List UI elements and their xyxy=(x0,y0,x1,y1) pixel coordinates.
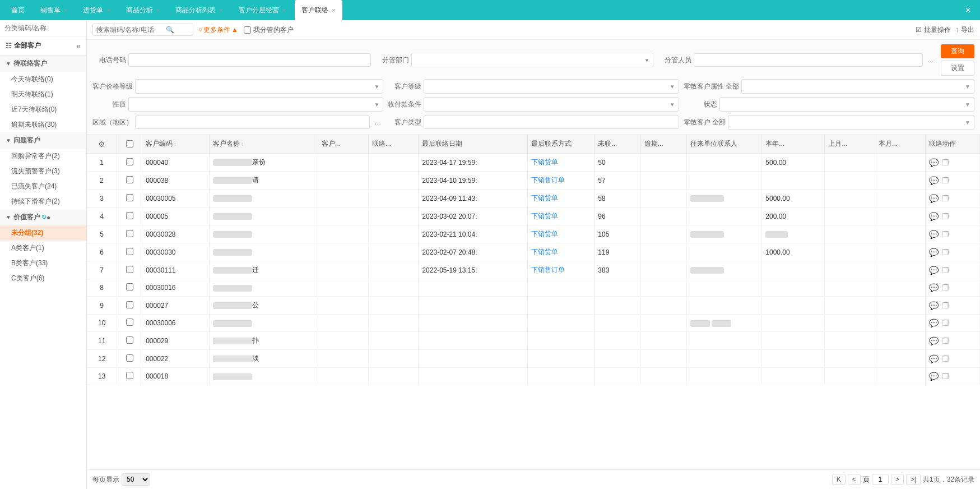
select-all-checkbox[interactable] xyxy=(126,140,133,147)
tab-product-analysis-list-close[interactable]: × xyxy=(219,7,222,13)
sidebar-item-group-b[interactable]: B类客户(33) xyxy=(0,256,86,271)
contact-icon[interactable]: 💬 xyxy=(929,266,939,275)
row-checkbox[interactable] xyxy=(126,372,133,379)
row-checkbox[interactable] xyxy=(126,248,133,255)
contact-way-link[interactable]: 下销货单 xyxy=(531,194,558,202)
filter-search-input[interactable] xyxy=(96,26,164,34)
row-checkbox[interactable] xyxy=(126,176,133,183)
contact-icon[interactable]: 💬 xyxy=(929,212,939,221)
more-action-icon[interactable]: ❐ xyxy=(942,176,949,185)
tab-customer-contact[interactable]: 客户联络 × xyxy=(295,0,342,20)
tab-home[interactable]: 首页 xyxy=(4,0,31,20)
filter-manager-dots[interactable]: … xyxy=(925,56,936,64)
export-btn[interactable]: ↑ 导出 xyxy=(955,25,974,35)
row-checkbox[interactable] xyxy=(126,266,133,273)
sidebar-collapse-icon[interactable]: « xyxy=(76,41,81,50)
sidebar-section-value-header[interactable]: ▼ 价值客户 ↻ ● xyxy=(0,209,86,225)
filter-retail-customer-select[interactable]: ▼ xyxy=(728,115,974,130)
tab-sales-close[interactable]: × xyxy=(64,7,67,13)
my-customers-checkbox[interactable] xyxy=(244,26,251,34)
contact-icon[interactable]: 💬 xyxy=(929,158,939,167)
tab-sales[interactable]: 销售单 × xyxy=(34,0,74,20)
more-action-icon[interactable]: ❐ xyxy=(942,301,949,310)
row-checkbox[interactable] xyxy=(126,319,133,326)
sidebar-item-overdue[interactable]: 逾期未联络(30) xyxy=(0,117,86,132)
filter-search-icon[interactable]: 🔍 xyxy=(166,26,174,34)
prev-page-button[interactable]: < xyxy=(848,474,861,485)
sidebar-item-week[interactable]: 近7天待联络(0) xyxy=(0,102,86,117)
filter-retail-attr-select[interactable]: ▼ xyxy=(741,79,974,94)
tab-product-analysis-close[interactable]: × xyxy=(156,7,160,13)
contact-icon[interactable]: 💬 xyxy=(929,248,939,257)
sidebar-all-customers[interactable]: ☷ 全部客户 « xyxy=(0,36,86,56)
code-sort-icon[interactable]: ↕ xyxy=(174,141,177,147)
row-checkbox[interactable] xyxy=(126,230,133,237)
reset-button[interactable]: 设置 xyxy=(941,61,974,76)
tab-customer-segment[interactable]: 客户分层经营 × xyxy=(232,0,292,20)
contact-way-link[interactable]: 下销货单 xyxy=(531,248,558,256)
query-button[interactable]: 查询 xyxy=(941,44,974,58)
th-settings[interactable]: ⚙ xyxy=(87,135,117,154)
tab-purchase-close[interactable]: × xyxy=(106,7,110,13)
contact-icon[interactable]: 💬 xyxy=(929,283,939,292)
sidebar-section-pending-header[interactable]: ▼ 待联络客户 xyxy=(0,56,86,72)
row-checkbox[interactable] xyxy=(126,194,133,201)
filter-status-select[interactable]: ▼ xyxy=(719,97,974,112)
tab-product-analysis-list[interactable]: 商品分析列表 × xyxy=(169,0,229,20)
tab-customer-contact-close[interactable]: × xyxy=(332,7,335,13)
sidebar-item-falling[interactable]: 持续下滑客户(2) xyxy=(0,194,86,209)
refresh-icon[interactable]: ↻ xyxy=(41,214,47,221)
more-action-icon[interactable]: ❐ xyxy=(942,230,949,239)
contact-way-link[interactable]: 下销货单 xyxy=(531,212,558,220)
contact-icon[interactable]: 💬 xyxy=(929,336,939,345)
row-checkbox[interactable] xyxy=(126,301,133,308)
more-action-icon[interactable]: ❐ xyxy=(942,354,949,363)
contact-icon[interactable]: 💬 xyxy=(929,354,939,363)
row-checkbox[interactable] xyxy=(126,283,133,290)
row-checkbox[interactable] xyxy=(126,336,133,344)
contact-icon[interactable]: 💬 xyxy=(929,319,939,327)
filter-area-dots[interactable]: … xyxy=(372,118,383,126)
next-page-button[interactable]: > xyxy=(891,474,904,485)
settings-icon[interactable]: ⚙ xyxy=(98,140,105,149)
contact-way-link[interactable]: 下销货单 xyxy=(531,230,558,238)
tab-customer-segment-close[interactable]: × xyxy=(282,7,286,13)
sidebar-search-input[interactable] xyxy=(4,24,87,32)
contact-icon[interactable]: 💬 xyxy=(929,176,939,185)
contact-way-link[interactable]: 下销货单 xyxy=(531,158,558,166)
more-action-icon[interactable]: ❐ xyxy=(942,266,949,275)
filter-price-level-select[interactable]: ▼ xyxy=(135,79,383,94)
filter-payment-select[interactable]: ▼ xyxy=(424,97,679,112)
tab-purchase[interactable]: 进货单 × xyxy=(76,0,117,20)
more-action-icon[interactable]: ❐ xyxy=(942,283,949,292)
batch-ops-btn[interactable]: ☑ 批量操作 xyxy=(916,25,951,35)
contact-icon[interactable]: 💬 xyxy=(929,372,939,381)
more-action-icon[interactable]: ❐ xyxy=(942,372,949,381)
contact-way-link[interactable]: 下销售订单 xyxy=(531,176,565,184)
more-conditions-btn[interactable]: ▿ 更多条件 ▲ xyxy=(199,25,238,35)
filter-area-input[interactable] xyxy=(135,116,370,129)
sidebar-item-loss-risk[interactable]: 流失预警客户(3) xyxy=(0,164,86,179)
filter-phone-input[interactable] xyxy=(128,53,371,67)
sidebar-item-group-c[interactable]: C类客户(6) xyxy=(0,271,86,286)
sidebar-section-problem-header[interactable]: ▼ 问题客户 xyxy=(0,132,86,149)
row-checkbox[interactable] xyxy=(126,158,133,165)
row-checkbox[interactable] xyxy=(126,212,133,219)
more-action-icon[interactable]: ❐ xyxy=(942,248,949,257)
last-page-button[interactable]: >| xyxy=(906,474,921,485)
sidebar-item-unclassified[interactable]: 未分组(32) xyxy=(0,225,86,241)
contact-way-link[interactable]: 下销售订单 xyxy=(531,266,565,274)
tab-product-analysis[interactable]: 商品分析 × xyxy=(119,0,166,20)
more-action-icon[interactable]: ❐ xyxy=(942,158,949,167)
contact-icon[interactable]: 💬 xyxy=(929,230,939,239)
row-checkbox[interactable] xyxy=(126,354,133,362)
app-close-button[interactable]: × xyxy=(960,4,976,16)
sidebar-item-lost[interactable]: 已流失客户(24) xyxy=(0,179,86,194)
sidebar-item-abnormal[interactable]: 回购异常客户(2) xyxy=(0,149,86,164)
filter-nature-select[interactable]: ▼ xyxy=(128,97,383,112)
filter-manager-input[interactable] xyxy=(694,53,923,67)
page-number-input[interactable] xyxy=(872,474,889,485)
first-page-button[interactable]: K xyxy=(832,474,846,485)
sidebar-item-group-a[interactable]: A类客户(1) xyxy=(0,241,86,256)
more-action-icon[interactable]: ❐ xyxy=(942,319,949,327)
